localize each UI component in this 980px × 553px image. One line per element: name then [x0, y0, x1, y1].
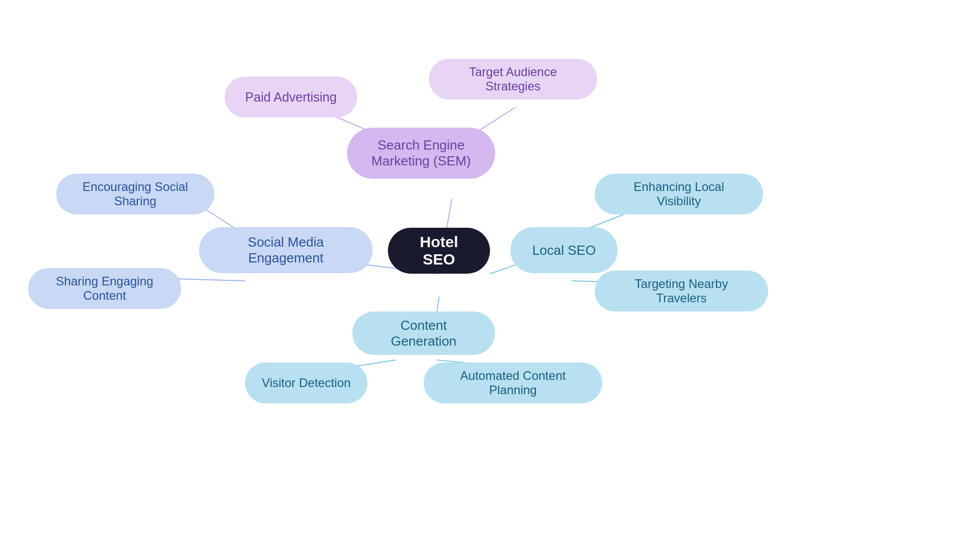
- center-label: Hotel SEO: [404, 233, 474, 268]
- enhancing-visibility-node: Enhancing Local Visibility: [595, 174, 763, 214]
- social-media-label: Social Media Engagement: [215, 234, 356, 266]
- automated-content-node: Automated Content Planning: [424, 363, 602, 403]
- visitor-detection-node: Visitor Detection: [245, 363, 368, 403]
- social-media-node: Social Media Engagement: [199, 227, 373, 273]
- targeting-travelers-node: Targeting Nearby Travelers: [595, 271, 768, 311]
- content-gen-node: Content Generation: [352, 311, 495, 355]
- local-seo-label: Local SEO: [532, 243, 596, 258]
- local-seo-node: Local SEO: [510, 227, 618, 273]
- sharing-content-label: Sharing Engaging Content: [44, 274, 165, 303]
- encouraging-social-label: Encouraging Social Sharing: [72, 180, 198, 208]
- target-audience-label: Target Audience Strategies: [445, 65, 581, 93]
- target-audience-node: Target Audience Strategies: [429, 59, 597, 100]
- paid-advertising-label: Paid Advertising: [245, 90, 336, 105]
- automated-content-label: Automated Content Planning: [440, 369, 586, 397]
- encouraging-social-node: Encouraging Social Sharing: [56, 174, 214, 214]
- sharing-content-node: Sharing Engaging Content: [28, 268, 181, 309]
- enhancing-visibility-label: Enhancing Local Visibility: [611, 180, 747, 208]
- paid-advertising-node: Paid Advertising: [225, 77, 357, 117]
- sem-label: Search Engine Marketing (SEM): [363, 137, 479, 169]
- sem-node: Search Engine Marketing (SEM): [347, 128, 495, 179]
- center-node: Hotel SEO: [388, 228, 490, 274]
- visitor-detection-label: Visitor Detection: [262, 376, 351, 390]
- content-gen-label: Content Generation: [369, 318, 479, 349]
- targeting-travelers-label: Targeting Nearby Travelers: [611, 277, 752, 305]
